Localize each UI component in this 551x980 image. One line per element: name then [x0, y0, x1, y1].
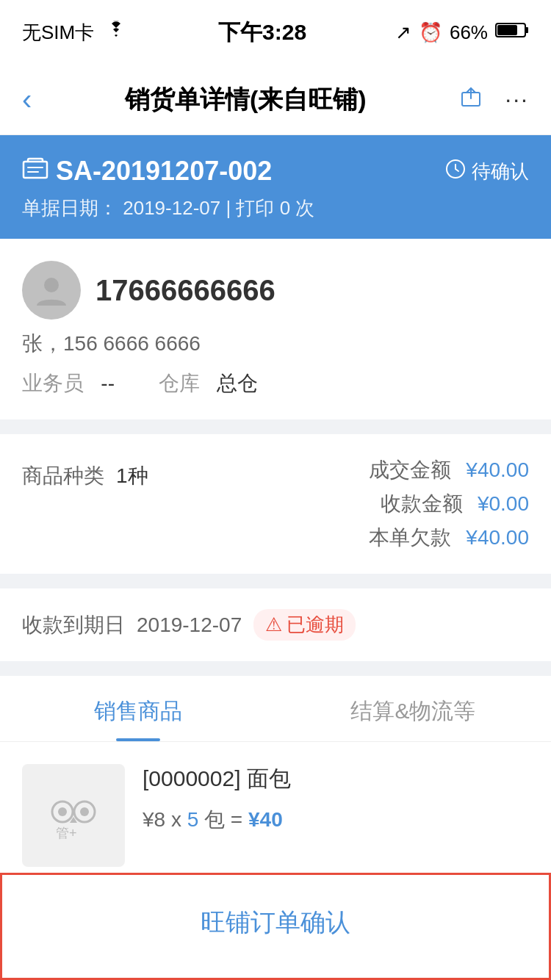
product-details: [0000002] 面包 ¥8 x 5 包 = ¥40 — [143, 764, 529, 834]
share-icon[interactable] — [459, 85, 483, 114]
amount-row-2: 本单欠款 ¥40.00 — [369, 524, 529, 552]
summary-section: 商品种类 1种 成交金额 ¥40.00 收款金额 ¥0.00 本单欠款 ¥40.… — [0, 434, 551, 574]
total-value: ¥40 — [248, 808, 283, 831]
sales-rep-value: -- — [101, 372, 115, 394]
customer-meta: 业务员 -- 仓库 总仓 — [22, 370, 529, 397]
svg-text:+: + — [69, 826, 77, 840]
overdue-badge: ⚠ 已逾期 — [253, 609, 356, 641]
svg-text:管: 管 — [56, 826, 69, 840]
tab-sales-products[interactable]: 销售商品 — [0, 676, 276, 741]
more-icon[interactable]: ··· — [505, 86, 529, 113]
quantity-value: 5 — [187, 808, 199, 831]
product-code: [0000002] — [143, 766, 240, 790]
order-date: 2019-12-07 — [123, 197, 220, 219]
alarm-icon: ⏰ — [419, 21, 442, 44]
price-separator: x — [171, 808, 187, 831]
order-date-row: 单据日期： 2019-12-07 | 打印 0 次 — [22, 195, 529, 221]
product-title: 面包 — [247, 766, 291, 790]
date-label: 单据日期： — [22, 197, 118, 219]
warehouse-value: 总仓 — [217, 372, 258, 394]
customer-phone: 17666666666 — [96, 274, 276, 307]
equals-sign: = — [231, 808, 248, 831]
unit-value: 包 — [204, 808, 225, 831]
svg-rect-4 — [24, 162, 47, 178]
warehouse-item: 仓库 总仓 — [159, 370, 258, 397]
amount-label-2: 本单欠款 — [369, 524, 451, 552]
product-item: + 管 [0000002] 面包 ¥8 x 5 包 = ¥40 — [0, 742, 551, 889]
order-header: SA-20191207-002 待确认 单据日期： 2019-12-07 | 打… — [0, 135, 551, 239]
category-info: 商品种类 1种 — [22, 456, 148, 490]
due-date-value: 2019-12-07 — [137, 613, 242, 637]
tab-settlement[interactable]: 结算&物流等 — [276, 676, 551, 741]
price-value: ¥8 — [143, 808, 165, 831]
battery-label: 66% — [450, 21, 488, 44]
status-time: 下午3:28 — [218, 18, 306, 48]
amount-row-0: 成交金额 ¥40.00 — [369, 456, 529, 484]
tab-sales-label: 销售商品 — [94, 699, 182, 723]
svg-point-6 — [44, 278, 59, 292]
print-info: | 打印 0 次 — [226, 197, 314, 219]
sales-rep-label: 业务员 — [22, 372, 84, 394]
svg-rect-1 — [525, 27, 528, 33]
battery-icon — [495, 21, 529, 44]
order-icon — [22, 157, 48, 185]
status-left: 无SIM卡 — [22, 20, 129, 46]
order-id-row: SA-20191207-002 — [22, 156, 272, 187]
confirm-order-button[interactable]: 旺铺订单确认 — [24, 890, 527, 956]
amount-value-0: ¥40.00 — [466, 458, 529, 482]
confirm-button-wrapper: 旺铺订单确认 — [0, 873, 551, 980]
back-button[interactable]: ‹ — [22, 83, 32, 116]
svg-rect-2 — [497, 25, 517, 35]
amount-label-0: 成交金额 — [369, 456, 451, 484]
amount-value-2: ¥40.00 — [466, 526, 529, 550]
nav-actions: ··· — [459, 85, 529, 114]
overdue-text: 已逾期 — [287, 612, 344, 638]
due-date-label: 收款到期日 — [22, 611, 125, 639]
nav-bar: ‹ 销货单详情(来自旺铺) ··· — [0, 65, 551, 135]
location-icon: ↗ — [395, 21, 411, 44]
clock-icon — [445, 159, 466, 184]
product-thumbnail: + 管 — [22, 764, 125, 867]
warehouse-label: 仓库 — [159, 372, 200, 394]
wifi-icon — [103, 21, 129, 45]
due-date-section: 收款到期日 2019-12-07 ⚠ 已逾期 — [0, 588, 551, 661]
category-label: 商品种类 — [22, 462, 104, 490]
carrier-label: 无SIM卡 — [22, 20, 94, 46]
order-status: 待确认 — [445, 159, 529, 184]
amount-info: 成交金额 ¥40.00 收款金额 ¥0.00 本单欠款 ¥40.00 — [369, 456, 529, 552]
amount-row-1: 收款金额 ¥0.00 — [381, 490, 529, 518]
status-right: ↗ ⏰ 66% — [395, 21, 529, 44]
status-bar: 无SIM卡 下午3:28 ↗ ⏰ 66% — [0, 0, 551, 65]
sales-rep-item: 业务员 -- — [22, 370, 115, 397]
customer-section: 17666666666 张，156 6666 6666 业务员 -- 仓库 总仓 — [0, 239, 551, 419]
status-text: 待确认 — [472, 159, 529, 184]
svg-point-9 — [58, 807, 67, 816]
category-value: 1种 — [116, 462, 148, 490]
product-price-row: ¥8 x 5 包 = ¥40 — [143, 806, 529, 834]
page-title: 销货单详情(来自旺铺) — [125, 83, 367, 117]
product-name: [0000002] 面包 — [143, 764, 529, 794]
tab-settlement-label: 结算&物流等 — [350, 699, 475, 723]
tabs-bar: 销售商品 结算&物流等 — [0, 676, 551, 742]
amount-label-1: 收款金额 — [381, 490, 463, 518]
svg-point-10 — [80, 807, 89, 816]
customer-name: 张，156 6666 6666 — [22, 330, 529, 358]
order-id-text: SA-20191207-002 — [56, 156, 272, 187]
amount-value-1: ¥0.00 — [478, 492, 529, 516]
avatar — [22, 261, 81, 320]
overdue-icon: ⚠ — [265, 613, 282, 636]
